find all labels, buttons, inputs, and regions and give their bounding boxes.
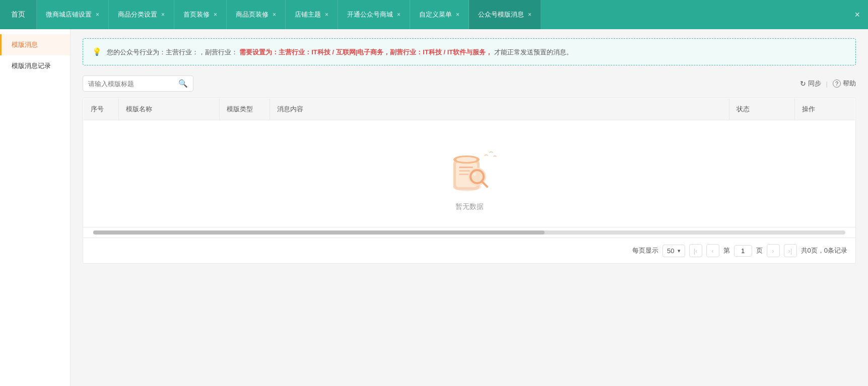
scrollbar-thumb[interactable] <box>93 230 545 235</box>
chevron-down-icon: ▾ <box>678 248 681 254</box>
close-tab-6-icon[interactable]: × <box>397 11 400 18</box>
page-size-value: 50 <box>667 247 674 255</box>
nav-tab-6[interactable]: 开通公众号商城 × <box>338 0 410 29</box>
nav-tab-5[interactable]: 店铺主题 × <box>286 0 338 29</box>
pagination: 每页显示 50 ▾ |‹ ‹ 第 页 › ›| 共0页，0条记录 <box>83 238 855 263</box>
svg-point-11 <box>473 173 476 176</box>
col-header-status: 状态 <box>729 99 795 120</box>
close-tab-2-icon[interactable]: × <box>161 11 165 18</box>
toolbar: 🔍 ↻ 同步 | ? 帮助 <box>83 75 856 92</box>
col-header-type: 模版类型 <box>220 99 270 120</box>
search-box: 🔍 <box>83 75 193 92</box>
nav-tab-4[interactable]: 商品页装修 × <box>227 0 286 29</box>
help-circle-icon: ? <box>833 80 841 88</box>
nav-tab-8[interactable]: 公众号模版消息 × <box>469 0 541 29</box>
nav-tab-1[interactable]: 微商城店铺设置 × <box>37 0 109 29</box>
nav-tab-3[interactable]: 首页装修 × <box>174 0 227 29</box>
page-input[interactable] <box>734 245 752 257</box>
col-header-index: 序号 <box>84 99 119 120</box>
close-tab-7-icon[interactable]: × <box>456 11 459 18</box>
first-page-button[interactable]: |‹ <box>689 244 702 257</box>
sidebar: 模版消息 模版消息记录 <box>0 29 71 386</box>
help-button[interactable]: ? 帮助 <box>833 79 856 88</box>
sidebar-item-template-message[interactable]: 模版消息 <box>0 34 70 55</box>
svg-rect-5 <box>459 167 473 168</box>
close-tab-3-icon[interactable]: × <box>214 11 217 18</box>
last-page-button[interactable]: ›| <box>784 244 797 257</box>
close-tab-8-icon[interactable]: × <box>528 11 531 18</box>
svg-point-4 <box>456 157 477 162</box>
col-header-content: 消息内容 <box>270 99 729 120</box>
data-table: 序号 模版名称 模版类型 消息内容 状态 操作 <box>83 98 855 227</box>
nav-tab-home[interactable]: 首页 <box>0 0 37 29</box>
page-size-label: 每页显示 <box>632 246 658 255</box>
total-text: 共0页，0条记录 <box>801 246 847 255</box>
top-nav: 首页 微商城店铺设置 × 商品分类设置 × 首页装修 × 商品页装修 × 店铺主… <box>0 0 868 29</box>
search-icon[interactable]: 🔍 <box>178 79 188 88</box>
notice-banner: 💡 您的公众号行业为：主营行业：，副营行业： 需要设置为：主营行业：IT科技 /… <box>83 38 856 65</box>
divider: | <box>826 80 828 88</box>
prev-page-button[interactable]: ‹ <box>706 244 719 257</box>
next-page-button[interactable]: › <box>767 244 780 257</box>
page-label-post: 页 <box>756 246 763 255</box>
page-size-select[interactable]: 50 ▾ <box>662 245 685 257</box>
close-tab-1-icon[interactable]: × <box>96 11 99 18</box>
sync-icon: ↻ <box>800 80 806 88</box>
notice-icon: 💡 <box>92 47 102 56</box>
toolbar-right: ↻ 同步 | ? 帮助 <box>800 79 856 88</box>
col-header-name: 模版名称 <box>119 99 220 120</box>
nav-tab-2[interactable]: 商品分类设置 × <box>109 0 174 29</box>
table-container: 序号 模版名称 模版类型 消息内容 状态 操作 <box>83 98 856 264</box>
sidebar-item-template-message-record[interactable]: 模版消息记录 <box>0 55 70 76</box>
close-all-button[interactable]: × <box>854 10 860 20</box>
empty-state: 暂无数据 <box>84 120 855 226</box>
sync-button[interactable]: ↻ 同步 <box>800 79 821 88</box>
empty-icon <box>439 140 500 202</box>
search-input[interactable] <box>88 80 178 88</box>
horizontal-scrollbar[interactable] <box>83 227 855 238</box>
table-header: 序号 模版名称 模版类型 消息内容 状态 操作 <box>84 99 855 120</box>
col-header-action: 操作 <box>795 99 855 120</box>
empty-text: 暂无数据 <box>455 202 484 211</box>
close-tab-5-icon[interactable]: × <box>325 11 328 18</box>
page-label-pre: 第 <box>723 246 730 255</box>
scrollbar-track <box>93 230 845 235</box>
main-layout: 模版消息 模版消息记录 💡 您的公众号行业为：主营行业：，副营行业： 需要设置为… <box>0 29 868 386</box>
close-tab-4-icon[interactable]: × <box>273 11 276 18</box>
nav-tab-7[interactable]: 自定义菜单 × <box>410 0 469 29</box>
svg-rect-6 <box>459 170 470 172</box>
content-area: 💡 您的公众号行业为：主营行业：，副营行业： 需要设置为：主营行业：IT科技 /… <box>71 29 868 386</box>
